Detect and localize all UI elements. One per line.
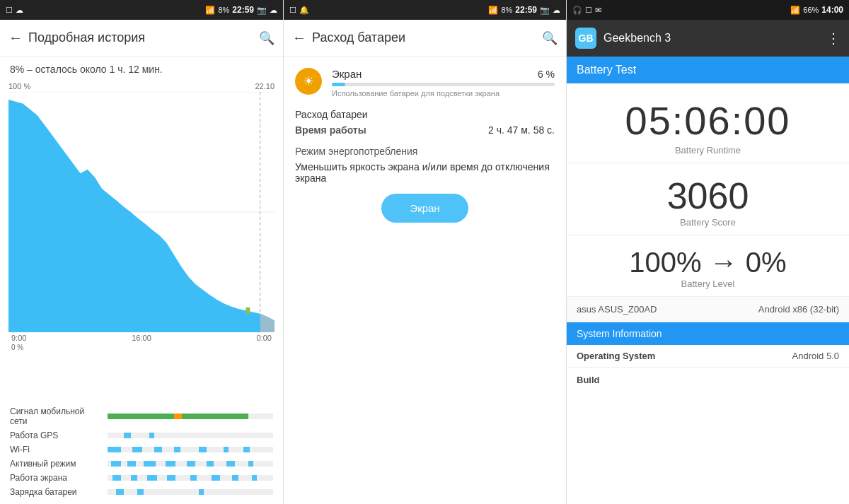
screen-percent: 6 % <box>538 69 555 80</box>
score-section: 3060 Battery Score <box>567 163 849 235</box>
x-label-end: 0:00 <box>257 334 272 342</box>
activity-row-signal: Сигнал мобильной сети <box>10 406 273 426</box>
status-left-3: 🎧 ☐ ✉ <box>572 6 601 15</box>
device-row: asus ASUS_Z00AD Android x86 (32-bit) <box>567 297 849 322</box>
activity-bar-wifi <box>108 447 273 452</box>
search-button-1[interactable]: 🔍 <box>259 30 275 46</box>
status-bar-3: 🎧 ☐ ✉ 📶 66% 14:00 <box>567 0 849 20</box>
panel-battery-usage: ☐ 🔔 📶 8% 22:59 📷 ☁ ← Расход батареи 🔍 ☀ … <box>283 0 566 504</box>
score-label: Battery Score <box>578 217 838 228</box>
battery-time-value: 2 ч. 47 м. 58 с. <box>488 124 555 136</box>
panel-geekbench: 🎧 ☐ ✉ 📶 66% 14:00 GB Geekbench 3 ⋮ Batte… <box>566 0 849 504</box>
screen-name: Экран <box>332 68 362 80</box>
activity-row-active: Активный режим <box>10 459 273 469</box>
status-right-2: 📶 8% 22:59 📷 ☁ <box>488 5 560 15</box>
back-button-2[interactable]: ← <box>292 30 306 46</box>
power-mode-desc: Уменьшить яркость экрана и/или время до … <box>295 161 555 184</box>
battery-test-bar: Battery Test <box>567 57 849 83</box>
activity-bar-active <box>108 461 273 467</box>
chart-top-labels: 100 % 22.10 <box>8 82 275 90</box>
battery-icon-1: 8% <box>218 6 229 14</box>
battery-subtitle: 8% – осталось около 1 ч. 12 мин. <box>0 57 283 79</box>
battery-usage-header: Расход батареи <box>295 109 555 120</box>
status-bar-1: ☐ ☁ 📶 8% 22:59 📷 ☁ <box>0 0 283 20</box>
activity-label-wifi: Wi-Fi <box>10 445 102 455</box>
sys-info-bar: System Information <box>567 322 849 345</box>
battery-chart <box>8 92 275 332</box>
headphone-icon: 🎧 <box>572 6 582 15</box>
ekran-button[interactable]: Экран <box>381 194 468 223</box>
screen-desc: Использование батареи для подсветки экра… <box>332 89 555 98</box>
menu-button[interactable]: ⋮ <box>826 30 841 47</box>
status-left-2: ☐ 🔔 <box>289 6 309 15</box>
status-left-icons-1: ☐ ☁ <box>6 6 23 15</box>
sys-os-label: Operating System <box>577 351 655 361</box>
power-mode-header: Режим энергопотребления <box>295 146 555 157</box>
sim2-icon: ☐ <box>289 6 296 15</box>
activity-row-screen: Работа экрана <box>10 473 273 483</box>
screen-details: Экран 6 % Использование батареи для подс… <box>332 68 555 98</box>
screen-item: ☀ Экран 6 % Использование батареи для по… <box>295 68 555 98</box>
runtime-label: Battery Runtime <box>578 145 838 156</box>
activity-bar-signal <box>108 414 273 419</box>
device-arch: Android x86 (32-bit) <box>758 304 839 315</box>
activity-bar-screen <box>108 475 273 481</box>
score-value: 3060 <box>578 175 838 217</box>
sys-os-value: Android 5.0 <box>792 351 840 361</box>
battery-usage-content: ☀ Экран 6 % Использование батареи для по… <box>284 57 566 504</box>
screen-icon: ☀ <box>295 68 322 95</box>
device-name: asus ASUS_Z00AD <box>577 304 657 315</box>
svg-rect-4 <box>246 307 250 314</box>
geekbench-icon: GB <box>575 28 596 49</box>
search-button-2[interactable]: 🔍 <box>542 30 558 46</box>
geekbench-content: 05:06:00 Battery Runtime 3060 Battery Sc… <box>567 83 849 504</box>
time-1: 22:59 <box>232 5 254 15</box>
status-right-3: 📶 66% 14:00 <box>790 5 843 15</box>
level-label: Battery Level <box>578 279 838 289</box>
activity-bar-gps <box>108 433 273 438</box>
back-button-1[interactable]: ← <box>8 30 23 46</box>
activity-row-wifi: Wi-Fi <box>10 445 273 455</box>
sim-icon: ☐ <box>6 6 13 15</box>
activity-section: Сигнал мобильной сети Работа GPS Wi-Fi <box>0 404 283 504</box>
chart-y-top: 100 % <box>8 82 30 90</box>
battery-time-label: Время работы <box>295 124 366 136</box>
level-section: 100% → 0% Battery Level <box>567 235 849 297</box>
time-3: 14:00 <box>821 5 843 15</box>
chart-svg <box>8 92 275 332</box>
geekbench-title: Geekbench 3 <box>603 32 819 45</box>
screen-progress-fill <box>332 83 345 86</box>
battery-chart-area: 100 % 22.10 9:00 16:00 0:00 <box>0 79 283 404</box>
title-1: Подробная история <box>28 30 253 45</box>
wifi-icon: 📶 <box>205 6 215 15</box>
app-bar-2: ← Расход батареи 🔍 <box>284 20 566 57</box>
mail-icon: ✉ <box>595 6 601 15</box>
sys-os-row: Operating System Android 5.0 <box>567 345 849 368</box>
activity-label-active: Активный режим <box>10 459 102 469</box>
cloud-icon: ☁ <box>16 6 23 15</box>
battery-icon-2: 8% <box>501 6 512 14</box>
sys-build-row: Build <box>567 368 849 392</box>
cloud2-icon: ☁ <box>270 6 277 15</box>
activity-row-gps: Работа GPS <box>10 430 273 440</box>
activity-label-signal: Сигнал мобильной сети <box>10 406 102 426</box>
activity-row-charge: Зарядка батареи <box>10 487 273 497</box>
app-bar-1: ← Подробная история 🔍 <box>0 20 283 57</box>
sys-build-label: Build <box>577 375 600 385</box>
chart-y-bottom: 0 % <box>8 344 275 351</box>
level-value: 100% → 0% <box>578 247 838 279</box>
sim3-icon: ☐ <box>585 6 592 15</box>
activity-label-charge: Зарядка батареи <box>10 487 102 497</box>
runtime-value: 05:06:00 <box>578 98 838 143</box>
runtime-section: 05:06:00 Battery Runtime <box>567 83 849 163</box>
activity-label-gps: Работа GPS <box>10 430 102 440</box>
wifi2-icon: 📶 <box>488 6 498 15</box>
screen-progress-bg <box>332 83 555 86</box>
activity-label-screen: Работа экрана <box>10 473 102 483</box>
time-2: 22:59 <box>515 5 537 15</box>
battery-usage-row: Время работы 2 ч. 47 м. 58 с. <box>295 124 555 136</box>
wifi3-icon: 📶 <box>790 6 800 15</box>
chart-date: 22.10 <box>255 82 275 90</box>
status-bar-2: ☐ 🔔 📶 8% 22:59 📷 ☁ <box>284 0 566 20</box>
x-label-start: 9:00 <box>11 334 26 342</box>
